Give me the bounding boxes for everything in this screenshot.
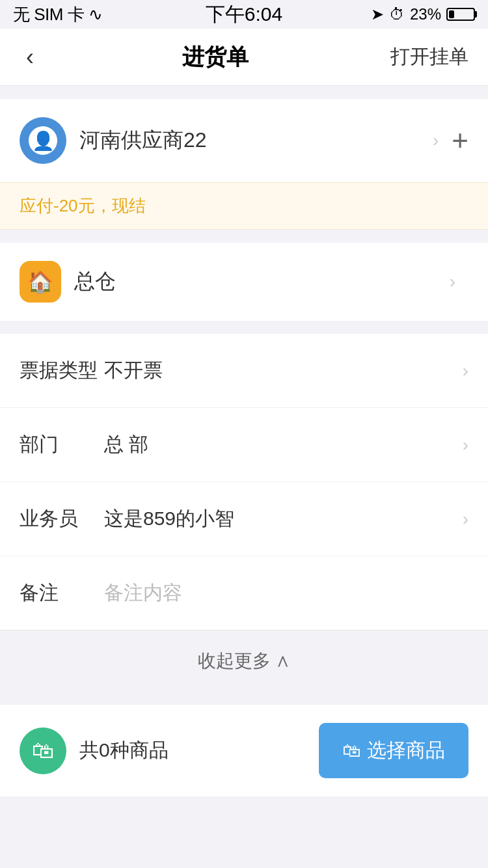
salesperson-value: 这是859的小智 xyxy=(98,506,463,532)
page-title: 进货单 xyxy=(182,42,249,72)
remarks-row[interactable]: 备注 备注内容 xyxy=(0,556,488,630)
warehouse-chevron-icon: › xyxy=(450,271,455,292)
supplier-name: 河南供应商22 xyxy=(79,126,433,155)
cart-icon: 🛍 xyxy=(342,740,360,761)
supplier-avatar: 👤 xyxy=(20,117,66,164)
department-value: 总 部 xyxy=(98,431,463,458)
invoice-type-chevron-icon: › xyxy=(463,360,468,381)
open-pending-button[interactable]: 打开挂单 xyxy=(390,44,468,70)
supplier-card: 👤 河南供应商22 › + 应付-20元，现结 xyxy=(0,99,488,230)
battery-icon xyxy=(446,8,475,21)
back-button[interactable]: ‹ xyxy=(20,37,40,77)
top-divider xyxy=(0,86,488,99)
warehouse-name: 总仓 xyxy=(74,267,450,296)
battery-percent: 23% xyxy=(410,5,441,23)
select-product-label: 选择商品 xyxy=(367,737,445,764)
department-row[interactable]: 部门 总 部 › xyxy=(0,408,488,482)
add-supplier-button[interactable]: + xyxy=(452,126,468,155)
status-bar: 无 SIM 卡 ∿ 下午6:04 ➤ ⏱ 23% xyxy=(0,0,488,29)
select-product-button[interactable]: 🛍 选择商品 xyxy=(319,723,468,778)
department-chevron-icon: › xyxy=(463,435,468,455)
avatar-inner: 👤 xyxy=(29,126,57,155)
salesperson-row[interactable]: 业务员 这是859的小智 › xyxy=(0,482,488,556)
department-label: 部门 xyxy=(20,431,98,458)
product-icon: 🛍 xyxy=(20,727,66,774)
warehouse-row[interactable]: 🏠 总仓 › xyxy=(0,243,488,321)
location-icon: ➤ xyxy=(371,5,384,23)
status-right: ➤ ⏱ 23% xyxy=(371,5,475,23)
salesperson-chevron-icon: › xyxy=(463,509,468,530)
bottom-space xyxy=(0,796,488,868)
time-text: 下午6:04 xyxy=(206,1,282,28)
carrier-text: 无 SIM 卡 ∿ xyxy=(13,3,102,26)
supplier-row[interactable]: 👤 河南供应商22 › + xyxy=(0,99,488,182)
section-gap-1 xyxy=(0,230,488,243)
supplier-chevron-icon: › xyxy=(433,130,439,151)
form-section: 票据类型 不开票 › 部门 总 部 › 业务员 这是859的小智 › 备注 备注… xyxy=(0,334,488,630)
product-section: 🛍 共0种商品 🛍 选择商品 xyxy=(0,705,488,796)
remarks-value: 备注内容 xyxy=(98,580,468,606)
remarks-label: 备注 xyxy=(20,580,98,606)
collapse-button[interactable]: 收起更多 ∧ xyxy=(0,630,488,692)
warehouse-icon: 🏠 xyxy=(20,261,61,303)
invoice-type-row[interactable]: 票据类型 不开票 › xyxy=(0,334,488,408)
person-icon: 👤 xyxy=(32,130,55,152)
invoice-type-label: 票据类型 xyxy=(20,357,98,384)
nav-bar: ‹ 进货单 打开挂单 xyxy=(0,29,488,86)
product-count: 共0种商品 xyxy=(79,737,319,764)
notice-bar: 应付-20元，现结 xyxy=(0,182,488,230)
invoice-type-value: 不开票 xyxy=(98,357,463,384)
alarm-icon: ⏱ xyxy=(389,5,405,23)
salesperson-label: 业务员 xyxy=(20,506,98,532)
battery-fill xyxy=(449,10,454,18)
